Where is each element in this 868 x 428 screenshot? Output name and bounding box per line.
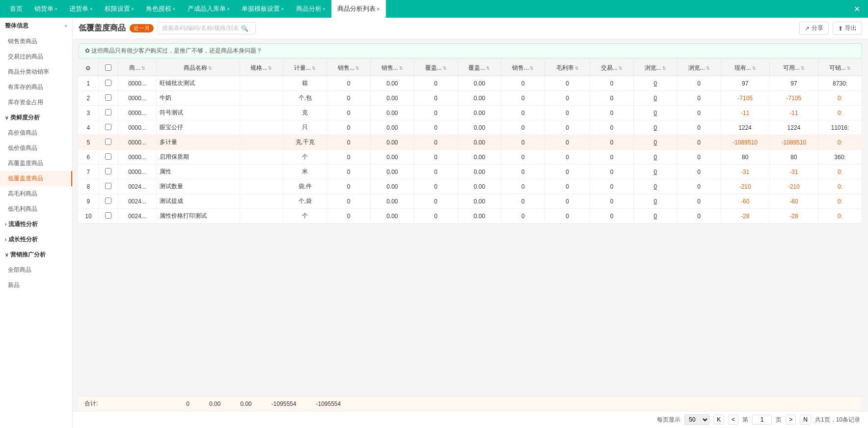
nav-close-sales[interactable]: ×: [54, 6, 57, 12]
window-close-button[interactable]: ✕: [850, 4, 864, 14]
cell-checkbox[interactable]: [98, 91, 118, 106]
sidebar-item-low-gross[interactable]: 低毛利商品: [0, 201, 72, 217]
sidebar-section-circulation[interactable]: › 流通性分析: [0, 217, 72, 232]
nav-close-roles[interactable]: ×: [172, 6, 175, 12]
cell-browse1[interactable]: 0: [633, 106, 677, 120]
col-current[interactable]: 现有...⇅: [721, 60, 769, 76]
cell-browse1[interactable]: 0: [633, 179, 677, 194]
cell-browse2: 0: [677, 165, 721, 179]
nav-templates[interactable]: 单据模板设置 ×: [236, 0, 290, 18]
col-browse1[interactable]: 浏览...⇅: [633, 60, 677, 76]
nav-goods-analysis-list[interactable]: 商品分析列表 ×: [331, 0, 385, 18]
nav-close-production[interactable]: ×: [227, 6, 230, 12]
sidebar-item-low-value[interactable]: 低价值商品: [0, 141, 72, 156]
time-badge[interactable]: 近一月: [130, 24, 154, 32]
cell-browse1[interactable]: 0: [633, 194, 677, 209]
col-unit[interactable]: 计量...⇅: [283, 60, 327, 76]
search-box[interactable]: 搜索条码/编码/名称/规格/别名 🔍: [158, 22, 256, 34]
col-sales-amt[interactable]: 销售...⇅: [370, 60, 414, 76]
sidebar-item-all-goods[interactable]: 全部商品: [0, 262, 72, 278]
col-coverage1[interactable]: 覆盖...⇅: [414, 60, 458, 76]
first-page-button[interactable]: K: [713, 415, 724, 425]
next-page-button[interactable]: >: [786, 415, 796, 425]
row-checkbox[interactable]: [105, 109, 111, 115]
cell-browse1[interactable]: 0: [633, 135, 677, 150]
cell-checkbox[interactable]: [98, 150, 118, 165]
row-checkbox[interactable]: [105, 94, 111, 101]
col-name[interactable]: 商品名称⇅: [156, 60, 240, 76]
sidebar-section-freshness[interactable]: ∨ 类鲜度分析: [0, 110, 72, 125]
cell-checkbox[interactable]: [98, 194, 118, 209]
cell-browse1[interactable]: 0: [633, 165, 677, 179]
per-page-select[interactable]: 50 100 200: [684, 414, 709, 425]
cell-checkbox[interactable]: [98, 209, 118, 224]
sidebar-item-high-gross[interactable]: 高毛利商品: [0, 186, 72, 201]
nav-close-goods-analysis-list[interactable]: ×: [377, 6, 380, 12]
cell-name: 眼宝公仔: [156, 120, 240, 135]
col-sales-qty[interactable]: 销售...⇅: [327, 60, 371, 76]
cell-browse1[interactable]: 0: [633, 120, 677, 135]
sidebar-section-growth[interactable]: › 成长性分析: [0, 232, 72, 247]
nav-home[interactable]: 首页: [4, 0, 28, 18]
nav-permissions[interactable]: 权限设置 ×: [99, 0, 140, 18]
col-settings[interactable]: ⚙: [79, 60, 98, 76]
nav-goods-analysis[interactable]: 商品分析 ×: [290, 0, 331, 18]
sidebar-item-category-rate[interactable]: 商品分类动销率: [0, 64, 72, 80]
row-checkbox[interactable]: [105, 124, 111, 130]
sidebar-item-in-stock[interactable]: 有库存的商品: [0, 80, 72, 95]
nav-close-templates[interactable]: ×: [281, 6, 284, 12]
row-checkbox[interactable]: [105, 183, 111, 189]
sidebar-item-high-value[interactable]: 高价值商品: [0, 125, 72, 141]
cell-checkbox[interactable]: [98, 76, 118, 91]
row-checkbox[interactable]: [105, 198, 111, 204]
col-trade[interactable]: 交易...⇅: [590, 60, 634, 76]
cell-checkbox[interactable]: [98, 106, 118, 120]
cell-checkbox[interactable]: [98, 179, 118, 194]
row-checkbox[interactable]: [105, 139, 111, 145]
col-code[interactable]: 商...⇅: [118, 60, 156, 76]
col-spec[interactable]: 规格...⇅: [240, 60, 283, 76]
col-browse2[interactable]: 浏览...⇅: [677, 60, 721, 76]
col-sales2[interactable]: 销售...⇅: [501, 60, 545, 76]
nav-close-permissions[interactable]: ×: [131, 6, 134, 12]
cell-checkbox[interactable]: [98, 165, 118, 179]
cell-browse1[interactable]: 0: [633, 91, 677, 106]
cell-checkbox[interactable]: [98, 120, 118, 135]
sidebar-item-high-coverage[interactable]: 高覆盖度商品: [0, 156, 72, 171]
cell-browse1[interactable]: 0: [633, 150, 677, 165]
last-page-button[interactable]: N: [800, 415, 811, 425]
search-icon[interactable]: 🔍: [241, 25, 248, 32]
row-checkbox[interactable]: [105, 212, 111, 219]
col-sellable[interactable]: 可销...⇅: [818, 60, 862, 76]
nav-close-purchase[interactable]: ×: [89, 6, 92, 12]
sidebar-item-traded-goods[interactable]: 交易过的商品: [0, 49, 72, 64]
sidebar-item-new-goods[interactable]: 新品: [0, 278, 72, 293]
row-checkbox[interactable]: [105, 168, 111, 174]
sidebar-section-marketing[interactable]: ∨ 营销推广分析: [0, 247, 72, 262]
cell-checkbox[interactable]: [98, 135, 118, 150]
page-input[interactable]: [752, 415, 772, 425]
nav-close-goods-analysis[interactable]: ×: [323, 6, 326, 12]
col-available[interactable]: 可用...⇅: [769, 60, 818, 76]
sidebar-item-low-coverage[interactable]: 低覆盖度商品: [0, 171, 72, 186]
sidebar-item-sales-goods[interactable]: 销售类商品: [0, 34, 72, 49]
cell-browse1[interactable]: 0: [633, 209, 677, 224]
sidebar-item-stock-funds[interactable]: 库存资金占用: [0, 95, 72, 110]
export-button[interactable]: ⬆ 导出: [833, 22, 862, 35]
nav-purchase[interactable]: 进货单 ×: [63, 0, 98, 18]
col-checkbox[interactable]: [98, 60, 118, 76]
cell-browse1[interactable]: 0: [633, 76, 677, 91]
sidebar-section-overview[interactable]: 整体信息 «: [0, 18, 72, 34]
cell-cov1: 0: [414, 150, 458, 165]
select-all-checkbox[interactable]: [105, 64, 111, 71]
nav-sales[interactable]: 销货单 ×: [28, 0, 63, 18]
row-checkbox[interactable]: [105, 80, 111, 86]
nav-production[interactable]: 产成品入库单 ×: [182, 0, 236, 18]
col-gross-rate[interactable]: 毛利率⇅: [545, 60, 590, 76]
col-coverage2[interactable]: 覆盖...⇅: [458, 60, 501, 76]
footer-values: 0 0.00 0.00 -1095554 -1095554: [186, 400, 341, 407]
share-button[interactable]: ↗ 分享: [799, 22, 829, 35]
prev-page-button[interactable]: <: [728, 415, 738, 425]
row-checkbox[interactable]: [105, 153, 111, 160]
nav-roles[interactable]: 角色授权 ×: [140, 0, 181, 18]
